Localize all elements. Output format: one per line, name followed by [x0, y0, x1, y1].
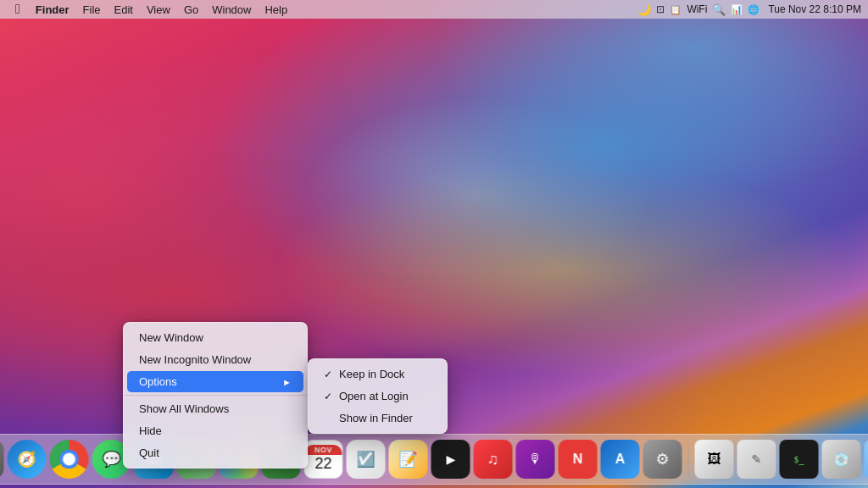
- safari-icon: 🧭: [18, 450, 36, 469]
- menu-view[interactable]: View: [140, 0, 177, 19]
- check-icon-keep-in-dock: ✓: [324, 369, 337, 380]
- systemprefs-icon: ⚙: [656, 450, 670, 469]
- context-separator: [124, 395, 307, 396]
- check-icon-open-at-login: ✓: [324, 391, 337, 402]
- dock-item-podcasts[interactable]: 🎙: [516, 440, 555, 479]
- dock-item-reminders[interactable]: ☑️: [347, 440, 386, 479]
- context-show-all-windows[interactable]: Show All Windows: [127, 398, 303, 419]
- desktop:  Finder File Edit View Go Window Help 🌙…: [0, 0, 868, 488]
- dock-item-scripteditor[interactable]: ✎: [737, 440, 776, 479]
- dock-item-notes[interactable]: 📝: [389, 440, 428, 479]
- dock-item-music[interactable]: ♫: [474, 440, 513, 479]
- dock-item-safari[interactable]: 🧭: [8, 440, 47, 479]
- submenu-show-in-finder[interactable]: ✓ Show in Finder: [312, 408, 443, 429]
- menubar:  Finder File Edit View Go Window Help 🌙…: [0, 0, 868, 19]
- dvd-icon: 💿: [833, 452, 850, 468]
- dock-item-downloads[interactable]: ⬇: [865, 440, 869, 479]
- submenu-arrow-icon: ►: [282, 377, 292, 387]
- news-icon: N: [573, 452, 583, 467]
- menu-help[interactable]: Help: [258, 0, 294, 19]
- context-options[interactable]: Options ►: [127, 371, 303, 392]
- dock-item-news[interactable]: N: [559, 440, 598, 479]
- calendar-day: 22: [314, 455, 331, 474]
- dock-item-systemprefs[interactable]: ⚙: [643, 440, 682, 479]
- reminders-icon: ☑️: [357, 450, 376, 469]
- app-name[interactable]: Finder: [29, 0, 76, 19]
- clipboard-icon: 📋: [670, 4, 682, 15]
- dock-item-appstore[interactable]: A: [601, 440, 640, 479]
- menu-go[interactable]: Go: [177, 0, 205, 19]
- submenu-keep-in-dock[interactable]: ✓ Keep in Dock: [312, 363, 443, 385]
- menu-window[interactable]: Window: [205, 0, 258, 19]
- dock-item-chrome[interactable]: [50, 440, 89, 479]
- dock-item-terminal[interactable]: $_: [780, 440, 819, 479]
- moon-icon[interactable]: 🌙: [637, 3, 651, 16]
- context-menu: New Window New Incognito Window Options …: [123, 322, 308, 469]
- terminal-icon: $_: [793, 455, 804, 464]
- dock-item-calendar[interactable]: NOV 22: [304, 440, 343, 479]
- search-icon[interactable]: 🔍: [712, 3, 726, 16]
- submenu: ✓ Keep in Dock ✓ Open at Login ✓ Show in…: [308, 358, 448, 434]
- menu-file[interactable]: File: [76, 0, 108, 19]
- globe-icon: 🌐: [748, 4, 760, 15]
- apple-menu[interactable]: : [7, 0, 29, 19]
- podcasts-icon: 🎙: [529, 452, 542, 467]
- dock-item-launchpad[interactable]: ⊞: [0, 440, 4, 479]
- dock-item-filesharing[interactable]: 💿: [822, 440, 861, 479]
- menu-edit[interactable]: Edit: [108, 0, 140, 19]
- scripteditor-icon: ✎: [752, 452, 762, 466]
- context-quit[interactable]: Quit: [127, 442, 303, 463]
- calendar-month: NOV: [305, 445, 342, 455]
- messages-icon: 💬: [103, 450, 121, 469]
- appstore-icon: A: [615, 452, 626, 467]
- notes-icon: 📝: [399, 450, 418, 469]
- context-new-incognito-window[interactable]: New Incognito Window: [127, 349, 303, 370]
- wifi-icon[interactable]: WiFi: [687, 3, 707, 15]
- dock-item-preview[interactable]: 🖼: [695, 440, 734, 479]
- dock-separator: [688, 444, 689, 474]
- appletv-icon: ▶: [446, 452, 455, 466]
- screen-icon: ⊡: [656, 3, 665, 15]
- music-icon: ♫: [487, 451, 499, 469]
- preview-icon: 🖼: [708, 452, 721, 467]
- dock-item-appletv[interactable]: ▶: [431, 440, 470, 479]
- stats-icon: 📊: [731, 4, 743, 15]
- context-new-window[interactable]: New Window: [127, 327, 303, 348]
- submenu-open-at-login[interactable]: ✓ Open at Login: [312, 385, 443, 407]
- datetime: Tue Nov 22 8:10 PM: [768, 3, 861, 15]
- context-hide[interactable]: Hide: [127, 420, 303, 441]
